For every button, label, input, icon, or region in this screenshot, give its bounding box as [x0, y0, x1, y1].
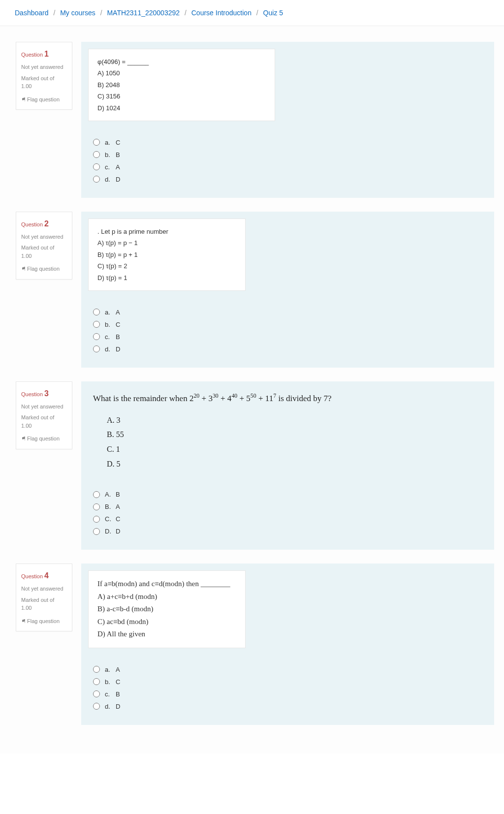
- answer-option-b[interactable]: b.C: [93, 321, 482, 328]
- radio-input[interactable]: [93, 503, 100, 510]
- crumb-section[interactable]: Course Introduction: [191, 9, 252, 17]
- question-body: If a≡b(modn) and c≡d(modn) then ________…: [81, 564, 494, 725]
- quiz-content: Question 1 Not yet answered Marked out o…: [0, 26, 504, 753]
- answer-option-d[interactable]: D.D: [93, 528, 482, 535]
- stem-option-d: D. 5: [107, 458, 482, 470]
- answer-option-d[interactable]: d.D: [93, 176, 482, 183]
- radio-input[interactable]: [93, 491, 100, 498]
- flag-question-link[interactable]: ⚑Flag question: [21, 435, 67, 443]
- question-number: 4: [44, 571, 49, 580]
- radio-input[interactable]: [93, 690, 100, 697]
- answer-value: B: [116, 491, 120, 498]
- crumb-course[interactable]: MATH2311_220003292: [107, 9, 180, 17]
- stem-option-a: A) τ(p) = p − 1: [97, 237, 236, 249]
- answer-value: D: [116, 703, 120, 710]
- stem-option-a: A) 1050: [97, 67, 266, 79]
- answer-option-d[interactable]: d.D: [93, 345, 482, 353]
- answer-letter: a.: [105, 309, 116, 316]
- answer-value: A: [116, 309, 120, 316]
- flag-icon: ⚑: [21, 617, 26, 626]
- answer-option-a[interactable]: a.C: [93, 139, 482, 146]
- stem-option-c: C) τ(p) = 2: [97, 260, 236, 272]
- question-stem: If a≡b(modn) and c≡d(modn) then ________…: [88, 570, 246, 648]
- flag-question-link[interactable]: ⚑Flag question: [21, 617, 67, 626]
- answer-letter: C.: [105, 515, 116, 523]
- answer-option-c[interactable]: c.B: [93, 333, 482, 341]
- answer-value: A: [116, 503, 120, 510]
- answer-letter: a.: [105, 666, 116, 673]
- stem-option-d: D) τ(p) = 1: [97, 272, 236, 283]
- stem-option-b: B) a-c≡b-d (modn): [97, 603, 236, 616]
- stem-line: . Let p is a prime number: [97, 226, 236, 237]
- radio-input[interactable]: [93, 333, 100, 340]
- answer-value: B: [116, 151, 120, 158]
- crumb-sep: /: [100, 9, 102, 17]
- stem-line: What is the remainder when 220 + 330 + 4…: [93, 391, 482, 405]
- answer-value: A: [116, 163, 120, 171]
- radio-input[interactable]: [93, 176, 100, 183]
- answer-option-b[interactable]: b.B: [93, 151, 482, 158]
- stem-option-b: B) τ(p) = p + 1: [97, 249, 236, 260]
- answer-value: D: [116, 528, 120, 535]
- stem-option-d: D) 1024: [97, 102, 266, 114]
- answer-letter: d.: [105, 176, 116, 183]
- answer-option-c[interactable]: c.B: [93, 690, 482, 698]
- radio-input[interactable]: [93, 516, 100, 523]
- radio-input[interactable]: [93, 678, 100, 685]
- crumb-mycourses[interactable]: My courses: [60, 9, 95, 17]
- stem-option-a: A) a+c≡b+d (modn): [97, 591, 236, 603]
- answer-value: B: [116, 690, 120, 698]
- answer-letter: d.: [105, 345, 116, 353]
- crumb-quiz[interactable]: Quiz 5: [263, 9, 283, 17]
- answer-option-d[interactable]: d.D: [93, 703, 482, 710]
- question-4: Question 4 Not yet answered Marked out o…: [5, 564, 499, 725]
- answer-option-b[interactable]: B.A: [93, 503, 482, 510]
- answer-option-a[interactable]: a.A: [93, 309, 482, 316]
- flag-label: Flag question: [27, 436, 60, 441]
- question-status: Not yet answered: [21, 403, 67, 411]
- answer-option-a[interactable]: a.A: [93, 666, 482, 673]
- radio-input[interactable]: [93, 163, 100, 170]
- flag-label: Flag question: [27, 618, 60, 624]
- flag-icon: ⚑: [21, 265, 26, 273]
- question-status: Not yet answered: [21, 233, 67, 241]
- answer-option-c[interactable]: C.C: [93, 515, 482, 523]
- crumb-dashboard[interactable]: Dashboard: [15, 9, 49, 17]
- question-info-card: Question 3 Not yet answered Marked out o…: [16, 381, 72, 449]
- question-number: 1: [44, 50, 49, 58]
- question-label: Question: [21, 391, 43, 397]
- radio-input[interactable]: [93, 321, 100, 328]
- radio-input[interactable]: [93, 528, 100, 535]
- radio-input[interactable]: [93, 345, 100, 352]
- answer-option-b[interactable]: b.C: [93, 678, 482, 686]
- answer-value: D: [116, 176, 120, 183]
- question-number: 3: [44, 389, 49, 398]
- crumb-sep: /: [185, 9, 187, 17]
- stem-option-c: C) ac≡bd (modn): [97, 616, 236, 628]
- question-label: Question: [21, 221, 43, 227]
- answer-options: a.A b.C c.B d.D: [81, 298, 494, 368]
- flag-label: Flag question: [27, 266, 60, 272]
- breadcrumb: Dashboard / My courses / MATH2311_220003…: [0, 0, 504, 26]
- radio-input[interactable]: [93, 309, 100, 315]
- radio-input[interactable]: [93, 151, 100, 158]
- question-info-card: Question 4 Not yet answered Marked out o…: [16, 564, 72, 631]
- answer-option-a[interactable]: A.B: [93, 491, 482, 498]
- answer-letter: A.: [105, 491, 116, 498]
- question-status: Not yet answered: [21, 63, 67, 71]
- question-info-card: Question 2 Not yet answered Marked out o…: [16, 212, 72, 280]
- flag-icon: ⚑: [21, 95, 26, 104]
- answer-value: C: [116, 139, 120, 146]
- question-number: 2: [44, 219, 49, 228]
- answer-letter: B.: [105, 503, 116, 510]
- answer-letter: D.: [105, 528, 116, 535]
- marked-label: Marked out of: [21, 245, 54, 250]
- flag-question-link[interactable]: ⚑Flag question: [21, 95, 67, 104]
- flag-question-link[interactable]: ⚑Flag question: [21, 265, 67, 273]
- stem-option-a: A. 3: [107, 414, 482, 427]
- answer-option-c[interactable]: c.A: [93, 163, 482, 171]
- radio-input[interactable]: [93, 666, 100, 673]
- answer-letter: c.: [105, 163, 116, 171]
- radio-input[interactable]: [93, 139, 100, 146]
- radio-input[interactable]: [93, 703, 100, 710]
